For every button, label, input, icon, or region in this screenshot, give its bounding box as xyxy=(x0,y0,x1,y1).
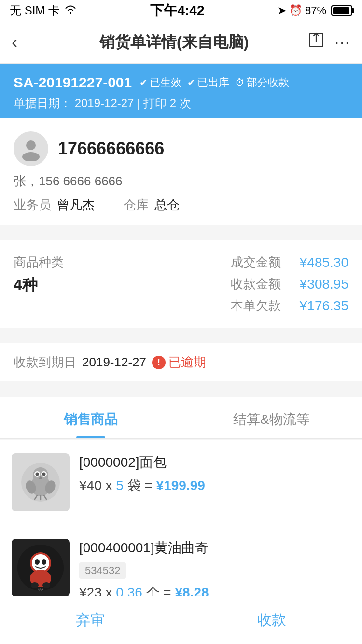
tab-sales-products[interactable]: 销售商品 xyxy=(0,397,181,438)
summary-section: 商品种类 4种 成交金额 ¥485.30 收款金额 ¥308.95 本单欠款 ¥… xyxy=(0,240,362,328)
product-list: [0000002]面包 ¥40 x 5 袋 = ¥199.99 xyxy=(0,440,362,616)
debt-value: ¥176.35 xyxy=(291,298,348,314)
tab-underline xyxy=(76,436,105,438)
customer-meta: 业务员 曾凡杰 仓库 总仓 xyxy=(14,196,348,213)
check-icon-1: ✔ xyxy=(139,77,148,88)
kind-label: 商品种类 xyxy=(14,254,64,271)
svg-point-21 xyxy=(42,559,46,565)
clock-icon: ⏱ xyxy=(235,77,245,88)
product-thumbnail-1 xyxy=(12,453,70,511)
kind-count: 4种 xyxy=(14,275,64,296)
order-date-info: 单据日期： 2019-12-27 | 打印 2 次 xyxy=(14,96,348,111)
status-time: 下午4:42 xyxy=(150,1,204,20)
overdue-badge: ! 已逾期 xyxy=(152,354,206,371)
page-title: 销货单详情(来自电脑) xyxy=(99,32,249,53)
product-info-2: [000400001]黄油曲奇 534532 ¥23 x 0.36 个 = ¥8… xyxy=(79,539,350,602)
sales-person: 曾凡杰 xyxy=(57,196,95,213)
status-right: ➤ ⏰ 87% xyxy=(278,4,352,17)
product-info-1: [0000002]面包 ¥40 x 5 袋 = ¥199.99 xyxy=(79,453,350,495)
product-thumbnail-2: 品+ xyxy=(12,539,70,597)
reject-button[interactable]: 弃审 xyxy=(0,596,181,644)
status-bar: 无 SIM 卡 下午4:42 ➤ ⏰ 87% xyxy=(0,0,362,21)
product-image-2: 品+ xyxy=(12,539,70,597)
warehouse-value: 总仓 xyxy=(154,196,180,213)
svg-point-20 xyxy=(35,559,40,565)
product-price-1: ¥40 x 5 袋 = ¥199.99 xyxy=(79,476,350,495)
product-qty-1: 5 xyxy=(116,478,124,493)
nav-actions: ··· xyxy=(307,31,350,53)
svg-point-24 xyxy=(42,582,50,588)
svg-point-3 xyxy=(22,152,40,161)
status-badges: ✔ 已生效 ✔ 已出库 ⏱ 部分收款 xyxy=(139,75,289,90)
check-icon-2: ✔ xyxy=(187,77,195,88)
divider-1 xyxy=(0,225,362,233)
status-badge-shipped: ✔ 已出库 xyxy=(187,75,229,90)
due-date-value: 2019-12-27 xyxy=(82,355,146,370)
status-badge-active: ✔ 已生效 xyxy=(139,75,181,90)
svg-point-0 xyxy=(70,12,71,14)
share-icon[interactable] xyxy=(307,31,325,53)
order-header-banner: SA-20191227-001 ✔ 已生效 ✔ 已出库 ⏱ 部分收款 单据日期：… xyxy=(0,64,362,118)
svg-point-19 xyxy=(32,554,49,572)
sales-label: 业务员 xyxy=(14,196,51,213)
tabs-container: 销售商品 结算&物流等 xyxy=(0,397,362,439)
received-value: ¥308.95 xyxy=(291,277,348,292)
product-name-1: [0000002]面包 xyxy=(79,453,350,472)
bottom-bar: 弃审 收款 xyxy=(0,596,362,644)
avatar xyxy=(14,131,48,166)
tab-settlement-logistics[interactable]: 结算&物流等 xyxy=(181,397,362,438)
debt-label: 本单欠款 xyxy=(231,297,281,314)
status-carrier: 无 SIM 卡 xyxy=(10,3,77,18)
customer-name-phone: 张，156 6666 6666 xyxy=(14,173,348,190)
wifi-icon xyxy=(64,4,77,17)
more-icon[interactable]: ··· xyxy=(334,33,350,51)
due-date-section: 收款到期日 2019-12-27 ! 已逾期 xyxy=(0,343,362,381)
svg-point-9 xyxy=(36,473,39,476)
divider-2 xyxy=(0,328,362,336)
alarm-icon: ⏰ xyxy=(289,4,302,17)
svg-point-2 xyxy=(26,140,36,150)
received-label: 收款金额 xyxy=(231,276,281,293)
svg-text:品+: 品+ xyxy=(38,588,44,592)
amount-value: ¥485.30 xyxy=(291,255,348,270)
order-number: SA-20191227-001 xyxy=(14,74,132,91)
product-sku-badge: 534532 xyxy=(79,562,126,579)
collect-button[interactable]: 收款 xyxy=(181,596,362,644)
back-button[interactable]: ‹ xyxy=(12,32,41,53)
nav-bar: ‹ 销货单详情(来自电脑) ··· xyxy=(0,21,362,64)
product-image-placeholder-1 xyxy=(12,453,70,511)
divider-3 xyxy=(0,381,362,389)
due-label: 收款到期日 xyxy=(14,354,76,371)
overdue-text: 已逾期 xyxy=(168,354,206,371)
customer-section: 17666666666 张，156 6666 6666 业务员 曾凡杰 仓库 总… xyxy=(0,118,362,225)
warehouse-label: 仓库 xyxy=(124,196,149,213)
svg-point-10 xyxy=(42,473,46,476)
customer-phone: 17666666666 xyxy=(58,139,164,159)
product-total-1: ¥199.99 xyxy=(156,478,205,493)
status-badge-partial: ⏱ 部分收款 xyxy=(235,75,289,90)
overdue-icon: ! xyxy=(152,356,166,369)
battery-percent: 87% xyxy=(305,4,326,17)
list-item: [0000002]面包 ¥40 x 5 袋 = ¥199.99 xyxy=(0,440,362,525)
battery-icon xyxy=(331,5,352,16)
location-icon: ➤ xyxy=(278,4,286,17)
amount-label: 成交金额 xyxy=(231,254,281,271)
product-name-2: [000400001]黄油曲奇 xyxy=(79,539,350,557)
